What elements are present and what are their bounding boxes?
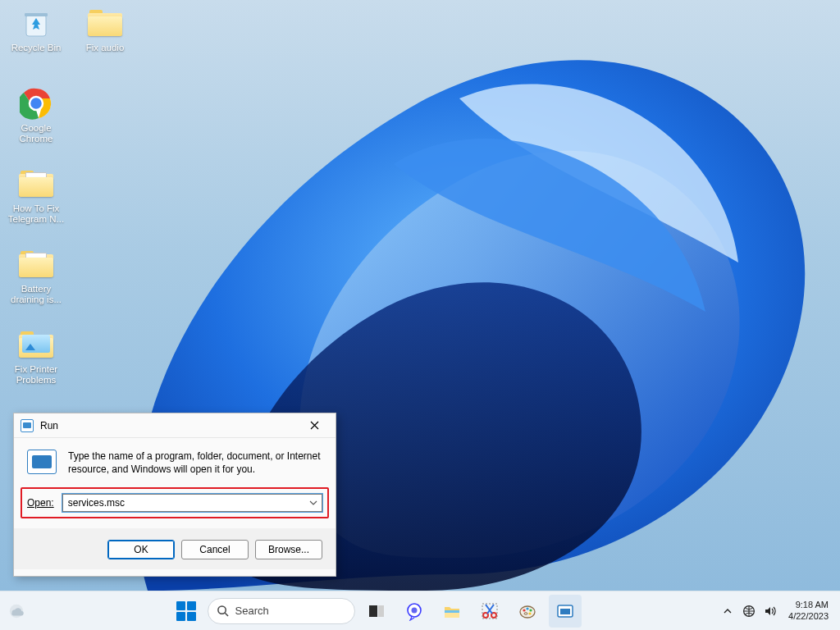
run-icon [555,601,575,621]
tray-overflow[interactable] [721,605,734,618]
desktop-icon-label: Battery draining is... [6,284,66,305]
run-titlebar[interactable]: Run [14,413,336,438]
taskbar-task-view[interactable] [360,595,393,628]
taskbar-file-explorer[interactable] [436,595,468,628]
run-dialog: Run Type the name of a program, folder, … [13,413,336,577]
run-app-icon [21,419,34,432]
network-icon [742,605,756,618]
svg-rect-24 [560,609,570,614]
volume-icon [764,605,777,618]
open-label: Open: [27,497,54,509]
file-explorer-icon [442,601,462,621]
taskbar-run[interactable] [549,595,582,628]
folder-icon [87,5,123,41]
close-button[interactable] [298,414,331,437]
task-view-icon [367,601,386,621]
desktop-icon-recycle-bin[interactable]: Recycle Bin [5,5,67,84]
run-description: Type the name of a program, folder, docu… [68,450,322,476]
snipping-tool-icon [480,601,500,621]
svg-rect-1 [25,13,48,16]
open-combobox[interactable] [62,494,322,512]
cancel-button[interactable]: Cancel [181,540,249,559]
run-open-row: Open: [21,487,329,518]
desktop-icon-label: Fix audio [86,43,125,53]
paint-icon [518,601,537,621]
open-input[interactable] [62,494,322,512]
svg-point-11 [411,607,417,613]
desktop-icon-telegram-fix[interactable]: How To Fix Telegram N... [5,166,67,244]
clock-date: 4/22/2023 [788,611,829,622]
taskbar-snipping-tool[interactable] [473,595,506,628]
folder-icon [18,246,54,282]
clock-time: 9:18 AM [788,600,829,610]
tray-volume[interactable] [764,605,777,618]
folder-icon [18,166,54,202]
svg-point-18 [523,609,525,611]
ok-button[interactable]: OK [107,540,175,559]
taskbar-tray: 9:18 AM 4/22/2023 [718,600,840,621]
run-button-row: OK Cancel Browse... [14,528,336,569]
taskbar-weather[interactable] [0,602,33,620]
taskbar-clock[interactable]: 9:18 AM 4/22/2023 [785,600,832,621]
taskbar-paint[interactable] [511,595,544,628]
run-title: Run [40,420,298,431]
desktop-icon-battery-draining[interactable]: Battery draining is... [5,246,67,325]
chrome-icon [18,85,54,121]
run-dialog-icon [27,450,57,474]
windows-logo-icon [176,601,196,621]
svg-point-22 [524,612,527,614]
svg-rect-8 [369,605,377,617]
chevron-down-icon[interactable] [308,497,319,509]
tray-network[interactable] [742,605,756,618]
desktop-icons-grid: Recycle Bin Fix audio Google Chrome How … [5,5,136,405]
start-button[interactable] [170,595,203,628]
desktop-icon-label: Fix Printer Problems [6,364,66,386]
taskbar: Search [0,591,840,630]
run-body: Type the name of a program, folder, docu… [14,438,336,482]
browse-button[interactable]: Browse... [255,540,322,559]
taskbar-chat[interactable] [398,595,431,628]
desktop-icon-google-chrome[interactable]: Google Chrome [5,85,67,164]
search-placeholder: Search [235,605,269,617]
desktop-icon-label: How To Fix Telegram N... [6,203,66,225]
svg-rect-13 [445,610,459,613]
close-icon [310,421,319,430]
taskbar-center: Search [33,595,718,628]
search-icon [217,605,229,617]
svg-point-20 [529,609,532,611]
svg-point-19 [526,607,528,609]
chevron-up-icon [723,606,733,616]
desktop-icon-fix-audio[interactable]: Fix audio [74,5,136,84]
chat-icon [404,601,424,621]
desktop-icon-fix-printer[interactable]: Fix Printer Problems [5,326,67,405]
svg-point-21 [528,612,531,614]
svg-point-6 [217,606,225,614]
recycle-bin-icon [18,5,54,41]
folder-icon [18,326,54,363]
taskbar-search[interactable]: Search [208,598,355,624]
svg-line-7 [225,613,228,616]
weather-icon [7,602,25,620]
desktop-icon-label: Recycle Bin [11,43,62,53]
svg-rect-9 [378,605,384,617]
desktop-icon-label: Google Chrome [6,123,66,144]
